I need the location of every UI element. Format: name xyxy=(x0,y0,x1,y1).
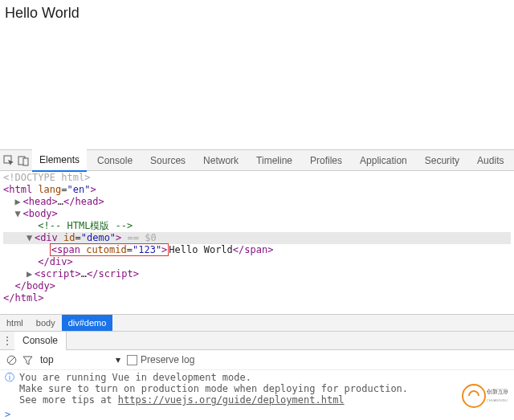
drawer-more-icon[interactable]: ⋮ xyxy=(0,335,14,346)
console-text: You are running Vue in development mode.… xyxy=(19,372,408,406)
crumb-html[interactable]: html xyxy=(0,315,30,331)
console-prompt[interactable]: > xyxy=(5,406,509,420)
svg-rect-2 xyxy=(23,158,28,165)
watermark-logo: 创新互联CHUANGXIN.COM xyxy=(459,381,508,410)
tab-network[interactable]: Network xyxy=(196,150,246,171)
vue-docs-link[interactable]: https://vuejs.org/guide/deployment.html xyxy=(118,394,345,406)
tab-timeline[interactable]: Timeline xyxy=(249,150,300,171)
preserve-log-label: Preserve log xyxy=(141,354,194,365)
inspect-icon[interactable] xyxy=(3,153,14,169)
tree-div-close[interactable]: </div> xyxy=(3,256,511,268)
tree-body-close[interactable]: </body> xyxy=(3,280,511,292)
devtools: Elements Console Sources Network Timelin… xyxy=(0,150,514,420)
svg-point-5 xyxy=(463,385,485,407)
console-toolbar: top ▾ Preserve log xyxy=(0,350,514,370)
crumb-div-demo[interactable]: div#demo xyxy=(62,315,113,331)
console-drawer: ⋮ Console top ▾ Preserve log ⓘ You are r… xyxy=(0,332,514,420)
page-heading: Hello World xyxy=(5,5,509,22)
chevron-down-icon: ▾ xyxy=(116,354,120,365)
tree-body-open[interactable]: ▼<body> xyxy=(3,208,511,220)
tab-profiles[interactable]: Profiles xyxy=(303,150,349,171)
clear-console-icon[interactable] xyxy=(5,353,18,366)
tree-html-close[interactable]: </html> xyxy=(3,292,511,304)
tree-comment[interactable]: <!-- HTML模版 --> xyxy=(3,220,511,232)
tab-console[interactable]: Console xyxy=(90,150,140,171)
checkbox-box xyxy=(127,355,137,365)
tree-div-open[interactable]: ▼<div id="demo"> == $0 xyxy=(3,232,511,244)
tree-span[interactable]: <span cutomid="123">Hello World</span> xyxy=(3,244,511,256)
tab-application[interactable]: Application xyxy=(353,150,414,171)
devtools-tab-strip: Elements Console Sources Network Timelin… xyxy=(0,150,514,171)
tab-sources[interactable]: Sources xyxy=(143,150,193,171)
tree-html-open[interactable]: <html lang="en"> xyxy=(3,184,511,196)
tab-audits[interactable]: Audits xyxy=(470,150,511,171)
context-select[interactable]: top ▾ xyxy=(37,354,124,365)
page-viewport: Hello World xyxy=(0,0,514,150)
tree-head[interactable]: ▶<head>…</head> xyxy=(3,196,511,208)
tree-doctype[interactable]: <!DOCTYPE html> xyxy=(3,172,511,184)
tab-elements[interactable]: Elements xyxy=(32,149,87,172)
drawer-tab-console[interactable]: Console xyxy=(14,332,67,351)
preserve-log-checkbox[interactable]: Preserve log xyxy=(127,354,194,365)
drawer-tab-strip: ⋮ Console xyxy=(0,332,514,350)
tab-security[interactable]: Security xyxy=(418,150,467,171)
console-message: ⓘ You are running Vue in development mod… xyxy=(5,372,509,406)
device-icon[interactable] xyxy=(18,153,29,169)
info-icon: ⓘ xyxy=(5,372,14,383)
filter-icon[interactable] xyxy=(21,353,34,366)
svg-text:CHUANGXIN.COM: CHUANGXIN.COM xyxy=(487,398,508,402)
context-select-value: top xyxy=(40,354,54,365)
breadcrumb: html body div#demo xyxy=(0,314,514,332)
svg-line-4 xyxy=(9,357,14,363)
crumb-body[interactable]: body xyxy=(30,315,62,331)
svg-text:创新互联: 创新互联 xyxy=(487,389,508,394)
console-output: ⓘ You are running Vue in development mod… xyxy=(0,370,514,420)
elements-tree[interactable]: <!DOCTYPE html> <html lang="en"> ▶<head>… xyxy=(0,171,514,314)
tree-script[interactable]: ▶<script>…</script> xyxy=(3,268,511,280)
